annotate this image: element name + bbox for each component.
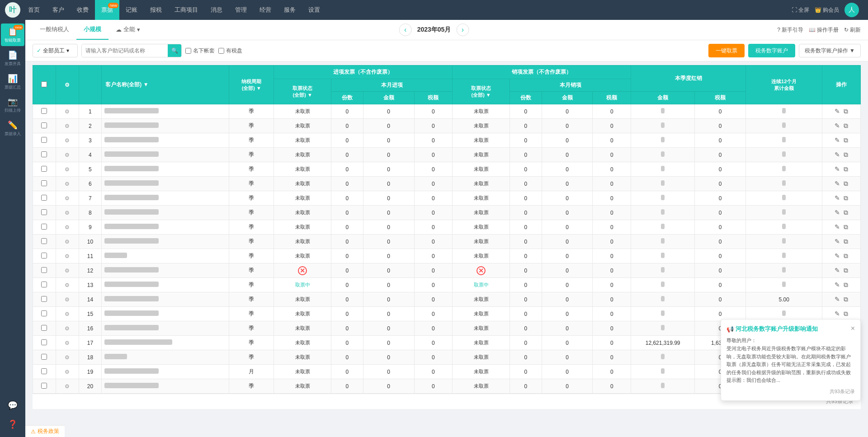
nav-item-home[interactable]: 首页 xyxy=(22,0,46,20)
edit-btn[interactable]: ✎ xyxy=(834,295,841,304)
refresh-btn[interactable]: ↻ 刷新 xyxy=(844,26,861,34)
edit-btn[interactable]: ✎ xyxy=(834,150,841,159)
nav-item-tax[interactable]: 报税 xyxy=(144,0,168,20)
prev-month-btn[interactable]: ‹ xyxy=(399,23,412,36)
row-settings-icon[interactable]: ⚙ xyxy=(65,311,70,317)
row-settings-icon[interactable]: ⚙ xyxy=(65,369,70,375)
th-fetch-in[interactable]: 取票状态(全部) ▼ xyxy=(274,79,331,104)
entry-icon: ✏️ xyxy=(8,120,18,130)
search-input[interactable] xyxy=(82,44,168,57)
search-btn[interactable]: 🔍 xyxy=(168,44,181,57)
nav-item-message[interactable]: 消息 xyxy=(204,0,229,20)
copy-btn[interactable]: ⧉ xyxy=(843,309,849,319)
copy-btn[interactable]: ⧉ xyxy=(843,280,849,290)
nav-item-customer[interactable]: 客户 xyxy=(46,0,71,20)
row-settings-icon[interactable]: ⚙ xyxy=(65,123,70,129)
row-settings-icon[interactable]: ⚙ xyxy=(65,253,70,259)
tab-all[interactable]: ☁ 全能 ▾ xyxy=(108,20,147,40)
row-settings-icon[interactable]: ⚙ xyxy=(65,166,70,173)
row-settings-icon[interactable]: ⚙ xyxy=(65,195,70,202)
guide-btn[interactable]: ? 新手引导 xyxy=(777,26,803,34)
nav-item-settings[interactable]: 设置 xyxy=(302,0,326,20)
copy-btn[interactable]: ⧉ xyxy=(843,237,849,246)
employee-select[interactable]: ✓ 全部员工 ▾ xyxy=(33,44,78,57)
sidebar-item-scan[interactable]: 📷 扫描上传 xyxy=(1,94,24,116)
edit-btn[interactable]: ✎ xyxy=(834,237,841,246)
copy-btn[interactable]: ⧉ xyxy=(843,266,849,275)
copy-btn[interactable]: ⧉ xyxy=(843,251,849,261)
edit-btn[interactable]: ✎ xyxy=(834,121,841,130)
row-settings-icon[interactable]: ⚙ xyxy=(65,383,70,390)
edit-btn[interactable]: ✎ xyxy=(834,179,841,188)
tax-policy-bar[interactable]: ⚠ 税务政策 xyxy=(25,425,65,437)
row-settings-icon[interactable]: ⚙ xyxy=(65,152,70,158)
edit-btn[interactable]: ✎ xyxy=(834,251,841,260)
th-period[interactable]: 纳税周期(全部) ▼ xyxy=(229,66,274,104)
sidebar-item-entry[interactable]: ✏️ 票据录入 xyxy=(1,117,24,140)
tab-general[interactable]: 一般纳税人 xyxy=(33,20,76,40)
nav-item-bookkeeping[interactable]: 记账 xyxy=(119,0,144,20)
row-settings-icon[interactable]: ⚙ xyxy=(65,282,70,288)
fullscreen-btn[interactable]: ⛶ 全屏 xyxy=(792,6,809,14)
edit-btn[interactable]: ✎ xyxy=(834,107,841,116)
sidebar-bottom-1[interactable]: 💬 xyxy=(1,396,24,414)
edit-btn[interactable]: ✎ xyxy=(834,280,841,289)
row-settings-icon[interactable]: ⚙ xyxy=(65,210,70,216)
sidebar-item-summary[interactable]: 📊 票据汇总 xyxy=(1,70,24,93)
row-settings-icon[interactable]: ⚙ xyxy=(65,137,70,144)
copy-btn[interactable]: ⧉ xyxy=(843,164,849,174)
row-settings-icon[interactable]: ⚙ xyxy=(65,181,70,187)
notification-close-btn[interactable]: × xyxy=(851,325,855,332)
sidebar-item-smart-invoice[interactable]: 📋 智能取票 new xyxy=(1,23,24,46)
edit-btn[interactable]: ✎ xyxy=(834,193,841,202)
nav-item-fee[interactable]: 收费 xyxy=(71,0,95,20)
tab-small[interactable]: 小规模 xyxy=(76,20,108,40)
manual-btn[interactable]: 📖 操作手册 xyxy=(809,26,839,34)
copy-btn[interactable]: ⧉ xyxy=(843,208,849,217)
nav-item-service[interactable]: 服务 xyxy=(278,0,302,20)
checkbox-myaccount[interactable]: 名下帐套 xyxy=(185,47,215,55)
manual-icon: 📖 xyxy=(809,27,816,33)
copy-btn[interactable]: ⧉ xyxy=(843,179,849,188)
one-click-btn[interactable]: 一键取票 xyxy=(708,44,745,57)
copy-btn[interactable]: ⧉ xyxy=(843,121,849,131)
summary-icon: 📊 xyxy=(8,74,18,84)
edit-btn[interactable]: ✎ xyxy=(834,309,841,318)
nav-item-business[interactable]: 工商项目 xyxy=(168,0,204,20)
row-settings-icon[interactable]: ⚙ xyxy=(65,325,70,332)
edit-btn[interactable]: ✎ xyxy=(834,164,841,174)
digital-ops-btn[interactable]: 税务数字账户操作 ▼ xyxy=(799,44,861,57)
sidebar-item-issue[interactable]: 📄 发票开具 xyxy=(1,47,24,70)
edit-btn[interactable]: ✎ xyxy=(834,136,841,145)
copy-btn[interactable]: ⧉ xyxy=(843,193,849,203)
copy-btn[interactable]: ⧉ xyxy=(843,150,849,160)
logo[interactable]: 叶 xyxy=(4,0,22,20)
row-settings-icon[interactable]: ⚙ xyxy=(65,296,70,303)
copy-btn[interactable]: ⧉ xyxy=(843,107,849,116)
nav-item-manage[interactable]: 管理 xyxy=(229,0,253,20)
digital-account-btn[interactable]: 税务数字账户 xyxy=(748,44,795,57)
th-fetch-out[interactable]: 取票状态(全部) ▼ xyxy=(453,79,510,104)
row-settings-icon[interactable]: ⚙ xyxy=(65,108,70,115)
next-month-btn[interactable]: › xyxy=(456,23,469,36)
row-settings-icon[interactable]: ⚙ xyxy=(65,268,70,274)
copy-btn[interactable]: ⧉ xyxy=(843,136,849,145)
edit-btn[interactable]: ✎ xyxy=(834,208,841,217)
vip-btn[interactable]: 👑 购会员 xyxy=(815,6,839,14)
row-settings-icon[interactable]: ⚙ xyxy=(65,354,70,361)
row-settings-icon[interactable]: ⚙ xyxy=(65,239,70,245)
th-checkbox[interactable] xyxy=(33,66,56,104)
copy-btn[interactable]: ⧉ xyxy=(843,222,849,232)
row-settings-icon[interactable]: ⚙ xyxy=(65,340,70,346)
nav-item-invoice[interactable]: 票据 new xyxy=(95,0,119,20)
edit-btn[interactable]: ✎ xyxy=(834,222,841,231)
th-settings[interactable]: ⚙ xyxy=(56,66,79,104)
avatar[interactable]: 人 xyxy=(844,3,859,17)
copy-btn[interactable]: ⧉ xyxy=(843,295,849,304)
th-customer[interactable]: 客户名称(全部) ▼ xyxy=(102,66,229,104)
edit-btn[interactable]: ✎ xyxy=(834,266,841,275)
sidebar-bottom-2[interactable]: ❓ xyxy=(1,415,24,433)
checkbox-taxdisk[interactable]: 有税盘 xyxy=(218,47,242,55)
row-settings-icon[interactable]: ⚙ xyxy=(65,224,70,230)
nav-item-operation[interactable]: 经营 xyxy=(253,0,278,20)
